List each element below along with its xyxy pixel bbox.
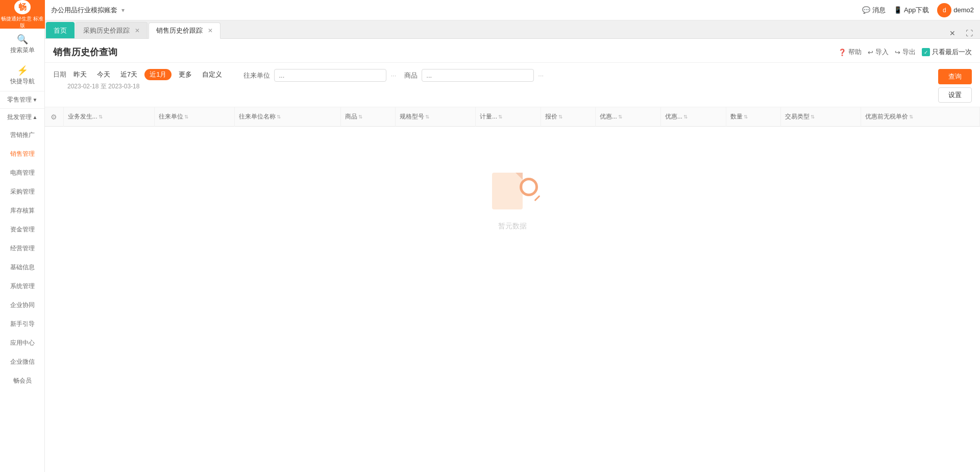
sidebar-item-sales[interactable]: 销售管理 (0, 145, 44, 163)
th-discount2[interactable]: 优惠...⇅ (660, 107, 726, 127)
settings-button[interactable]: 设置 (938, 87, 972, 103)
sidebar-item-marketing[interactable]: 营销推广 (0, 126, 44, 145)
maximize-window-icon[interactable]: ⛶ (963, 28, 976, 38)
logo-text: 畅捷通好生意 标准版 (0, 15, 45, 29)
sidebar-item-label: 资金管理 (10, 225, 35, 234)
th-discount1[interactable]: 优惠...⇅ (595, 107, 660, 127)
sidebar-item-wholesale[interactable]: 批发管理 ▲ (0, 108, 44, 126)
th-pretax-price[interactable]: 优惠前无税单价⇅ (861, 107, 980, 127)
sidebar-item-label: 采购管理 (10, 187, 35, 196)
th-spec[interactable]: 规格型号⇅ (395, 107, 475, 127)
page-header: 销售历史价查询 ❓ 帮助 ↩ 导入 ↪ 导出 ✓ 只看最后一次 (45, 39, 980, 63)
magnify-handle (534, 195, 540, 201)
tab-purchase-close-icon[interactable]: ✕ (135, 27, 140, 34)
settings-icon[interactable]: ⚙ (51, 113, 57, 121)
date-label: 日期 (53, 70, 66, 79)
sidebar-item-purchase[interactable]: 采购管理 (0, 182, 44, 201)
date-last7days[interactable]: 近7天 (117, 69, 140, 80)
sidebar-item-retail[interactable]: 零售管理 ▼ (0, 91, 44, 108)
sidebar-item-apps[interactable]: 应用中心 (0, 334, 44, 352)
tab-sales-history[interactable]: 销售历史价跟踪 ✕ (149, 22, 220, 39)
help-button[interactable]: ❓ 帮助 (838, 48, 862, 57)
tab-sales-close-icon[interactable]: ✕ (208, 27, 213, 34)
topbar-dropdown-icon[interactable]: ▾ (121, 7, 125, 14)
date-custom[interactable]: 自定义 (199, 69, 225, 80)
help-label: 帮助 (848, 48, 862, 57)
window-controls: ✕ ⛶ (946, 28, 980, 38)
filter-actions: 查询 设置 (938, 69, 972, 103)
export-button[interactable]: ↪ 导出 (895, 48, 916, 57)
user-name: demo2 (953, 6, 974, 14)
th-settings[interactable]: ⚙ (45, 107, 63, 127)
goods-input[interactable] (422, 69, 534, 82)
goods-label: 商品 (404, 71, 418, 80)
sidebar-item-label: 企业微信 (10, 358, 35, 366)
sidebar-item-member[interactable]: 畅会员 (0, 371, 44, 390)
import-icon: ↩ (868, 49, 873, 56)
import-button[interactable]: ↩ 导入 (868, 48, 889, 57)
sort-icon: ⇅ (277, 114, 281, 120)
goods-ellipsis-icon[interactable]: ··· (538, 72, 544, 79)
th-partner-code[interactable]: 往来单位⇅ (154, 107, 234, 127)
th-quoted-price[interactable]: 报价⇅ (541, 107, 595, 127)
date-more[interactable]: 更多 (176, 69, 195, 80)
export-label: 导出 (902, 48, 916, 57)
tab-purchase-history-label: 采购历史价跟踪 (83, 26, 130, 35)
wholesale-label: 批发管理 (7, 113, 32, 122)
th-goods[interactable]: 商品⇅ (340, 107, 395, 127)
sidebar-item-newbie[interactable]: 新手引导 (0, 315, 44, 334)
date-yesterday[interactable]: 昨天 (70, 69, 90, 80)
user-menu[interactable]: d demo2 (937, 3, 974, 17)
sort-icon: ⇅ (498, 114, 502, 120)
date-last1month[interactable]: 近1月 (144, 69, 172, 80)
chevron-up-icon: ▲ (33, 114, 38, 120)
sidebar-item-label: 搜索菜单 (10, 46, 35, 55)
partner-input[interactable] (274, 69, 386, 82)
date-options-row: 日期 昨天 今天 近7天 近1月 更多 自定义 (53, 69, 225, 80)
date-today[interactable]: 今天 (94, 69, 113, 80)
doc-icon (492, 173, 523, 209)
th-trade-type[interactable]: 交易类型⇅ (780, 107, 861, 127)
date-filter-group: 日期 昨天 今天 近7天 近1月 更多 自定义 2023-02-18 至 202… (53, 69, 225, 91)
sidebar-item-ecom[interactable]: 电商管理 (0, 163, 44, 182)
only-last-checkbox[interactable]: ✓ 只看最后一次 (922, 48, 972, 57)
th-partner-name[interactable]: 往来单位名称⇅ (235, 107, 341, 127)
tab-home-label: 首页 (54, 26, 67, 35)
sidebar-item-enterprise[interactable]: 企业协同 (0, 296, 44, 315)
sidebar-item-label: 系统管理 (10, 282, 35, 291)
th-quantity[interactable]: 数量⇅ (726, 107, 780, 127)
checkbox-icon: ✓ (922, 48, 930, 56)
sidebar-item-shortcuts[interactable]: ⚡ 快捷导航 (0, 60, 44, 91)
tab-purchase-history[interactable]: 采购历史价跟踪 ✕ (76, 22, 148, 38)
app-download-label: App下载 (904, 6, 929, 15)
sidebar-item-inventory[interactable]: 库存核算 (0, 201, 44, 220)
sidebar-item-label: 新手引导 (10, 320, 35, 328)
sidebar-item-ops[interactable]: 经营管理 (0, 239, 44, 258)
sidebar-item-basic[interactable]: 基础信息 (0, 258, 44, 277)
topbar: 办公用品行业模拟账套 ▾ 💬 消息 📱 App下载 d demo2 (45, 0, 980, 20)
sort-icon: ⇅ (909, 114, 913, 120)
shortcuts-icon: ⚡ (17, 65, 28, 76)
export-icon: ↪ (895, 49, 900, 56)
sidebar-item-search[interactable]: 🔍 搜索菜单 (0, 29, 44, 60)
topbar-left: 办公用品行业模拟账套 ▾ (51, 6, 125, 15)
query-button[interactable]: 查询 (938, 69, 972, 84)
main-area: 办公用品行业模拟账套 ▾ 💬 消息 📱 App下载 d demo2 首页 采购历… (45, 0, 980, 472)
messages-button[interactable]: 💬 消息 (862, 6, 886, 15)
page-title: 销售历史价查询 (53, 46, 117, 58)
th-unit[interactable]: 计量...⇅ (475, 107, 541, 127)
sidebar-item-finance[interactable]: 资金管理 (0, 220, 44, 239)
sort-icon: ⇅ (744, 114, 748, 120)
close-window-icon[interactable]: ✕ (946, 28, 959, 38)
sidebar-item-label: 电商管理 (10, 169, 35, 177)
topbar-title: 办公用品行业模拟账套 (51, 6, 117, 15)
th-biz-date[interactable]: 业务发生...⇅ (63, 107, 154, 127)
tab-home[interactable]: 首页 (46, 22, 75, 38)
sidebar-item-label: 营销推广 (10, 131, 35, 139)
sort-icon: ⇅ (811, 114, 815, 120)
sidebar-item-system[interactable]: 系统管理 (0, 277, 44, 296)
app-download-button[interactable]: 📱 App下载 (894, 6, 929, 15)
sidebar-item-wechat[interactable]: 企业微信 (0, 352, 44, 371)
partner-ellipsis-icon[interactable]: ··· (390, 72, 396, 79)
sidebar-nav: 🔍 搜索菜单 ⚡ 快捷导航 零售管理 ▼ 批发管理 ▲ 营销推广 销售管理 电商… (0, 29, 44, 390)
